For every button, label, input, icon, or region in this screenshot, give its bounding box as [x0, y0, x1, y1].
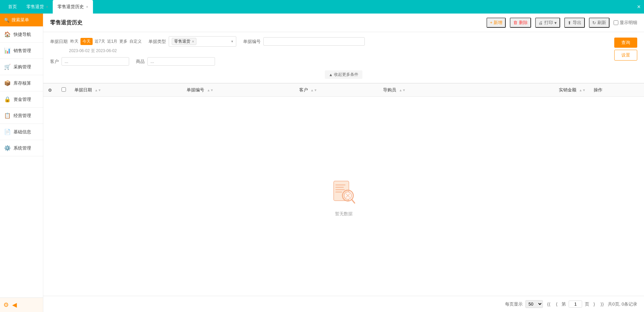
tab-retail-return-close[interactable]: × [46, 5, 48, 9]
date-shortcut-1month[interactable]: 近1月 [107, 39, 118, 44]
type-filter-label: 单据类型 [148, 39, 166, 45]
filter-area: 单据日期 昨天 今天 近7天 近1月 更多 自定义 [43, 32, 644, 83]
collapse-label: 收起更多条件 [334, 72, 358, 77]
filter-goods-item: 商品 [136, 57, 215, 66]
collapse-sidebar-icon[interactable]: ◀ [12, 301, 17, 309]
show-detail-text: 显示明细 [620, 20, 637, 26]
th-order-no[interactable]: 单据编号 ▲▼ [183, 84, 295, 97]
show-detail-label[interactable]: 显示明细 [614, 20, 637, 26]
sidebar-item-label: 资金管理 [14, 96, 31, 103]
export-button[interactable]: ⬆ 导出 [564, 18, 585, 28]
page-label-after: 页 [585, 301, 589, 307]
print-icon: 🖨 [539, 20, 543, 25]
type-select[interactable]: 零售退货 × ▾ [169, 36, 236, 47]
sidebar-search-label: 搜索菜单 [11, 17, 29, 23]
sidebar-item-operations[interactable]: 📋 经营管理 [0, 108, 43, 124]
th-action-label: 操作 [594, 87, 602, 92]
sidebar-item-inventory[interactable]: 📦 库存核算 [0, 75, 43, 91]
order-no-input[interactable] [263, 37, 365, 46]
sidebar: 🔍 搜索菜单 🏠 快捷导航 📊 销售管理 🛒 采购管理 📦 库存核算 🔒 资金管… [0, 14, 43, 312]
filter-settings-button[interactable]: 设置 [614, 50, 637, 61]
svg-rect-2 [335, 187, 344, 188]
table-settings-icon[interactable]: ⚙ [48, 88, 52, 93]
goods-input[interactable] [147, 57, 215, 66]
page-title: 零售退货历史 [50, 19, 82, 26]
th-guide-label: 导购员 [383, 87, 396, 92]
last-page-button[interactable]: ⟩⟩ [599, 301, 605, 308]
tab-retail-return-history-close[interactable]: × [86, 5, 88, 9]
refresh-icon: ↻ [592, 20, 596, 25]
window-close-icon[interactable]: × [637, 3, 641, 10]
th-date[interactable]: 单据日期 ▲▼ [70, 84, 183, 97]
date-shortcut-custom[interactable]: 自定义 [129, 39, 142, 44]
date-shortcut-today[interactable]: 今天 [80, 38, 93, 45]
date-shortcut-yesterday[interactable]: 昨天 [70, 39, 78, 44]
date-shortcut-more[interactable]: 更多 [119, 39, 127, 44]
print-label: 打印 [544, 20, 553, 26]
prev-page-button[interactable]: ⟨ [554, 301, 559, 308]
table-header-row: ⚙ 单据日期 ▲▼ 单据编号 ▲▼ [43, 84, 644, 97]
header-actions: + 新增 🗑 删除 🖨 打印 ▾ ⬆ 导出 ↻ 刷新 显示明细 [486, 18, 637, 28]
filter-customer-item: 客户 [50, 57, 129, 66]
page-header: 零售退货历史 + 新增 🗑 删除 🖨 打印 ▾ ⬆ 导出 ↻ 刷新 [43, 14, 644, 32]
print-button[interactable]: 🖨 打印 ▾ [535, 18, 560, 28]
query-button[interactable]: 查询 [614, 38, 637, 48]
sidebar-item-system[interactable]: ⚙️ 系统管理 [0, 140, 43, 156]
th-customer[interactable]: 客户 ▲▼ [295, 84, 379, 97]
print-arrow-icon: ▾ [554, 20, 557, 25]
per-page-select[interactable]: 50 10 20 100 [525, 300, 543, 308]
filter-type-item: 单据类型 零售退货 × ▾ [148, 36, 236, 47]
empty-state: 暂无数据 [43, 97, 644, 296]
th-amount[interactable]: 实销金额 ▲▼ [477, 84, 590, 97]
sidebar-item-basic-info[interactable]: 📄 基础信息 [0, 124, 43, 140]
top-bar: 首页 零售退货 × 零售退货历史 × × [0, 0, 644, 14]
type-tag-text: 零售退货 [174, 39, 190, 44]
type-tag-close[interactable]: × [192, 39, 194, 44]
th-guide[interactable]: 导购员 ▲▼ [379, 84, 477, 97]
pagination: 每页显示 50 10 20 100 ⟨⟨ ⟨ 第 页 ⟩ ⟩⟩ 共0页, 0条记… [43, 296, 644, 312]
sidebar-item-finance[interactable]: 🔒 资金管理 [0, 91, 43, 108]
sidebar-item-purchase[interactable]: 🛒 采购管理 [0, 59, 43, 75]
select-all-checkbox[interactable] [62, 87, 66, 92]
basic-info-icon: 📄 [4, 129, 11, 135]
empty-icon [327, 176, 361, 211]
tab-retail-return-history[interactable]: 零售退货历史 × [53, 0, 93, 14]
collapse-filter-button[interactable]: ▲ 收起更多条件 [325, 70, 363, 79]
export-label: 导出 [573, 20, 581, 26]
sidebar-item-label: 系统管理 [14, 145, 31, 151]
tab-retail-return[interactable]: 零售退货 × [22, 0, 53, 14]
page-label-before: 第 [562, 301, 566, 307]
type-tag: 零售退货 × [172, 38, 196, 45]
delete-button[interactable]: 🗑 删除 [510, 18, 531, 28]
customer-input[interactable] [62, 57, 129, 66]
refresh-button[interactable]: ↻ 刷新 [589, 18, 610, 28]
add-button[interactable]: + 新增 [486, 18, 506, 28]
main-layout: 🔍 搜索菜单 🏠 快捷导航 📊 销售管理 🛒 采购管理 📦 库存核算 🔒 资金管… [0, 14, 644, 312]
date-shortcut-7days[interactable]: 近7天 [95, 39, 105, 44]
type-select-arrow: ▾ [231, 39, 233, 44]
sidebar-item-sales[interactable]: 📊 销售管理 [0, 43, 43, 59]
show-detail-checkbox[interactable] [614, 20, 618, 25]
th-checkbox[interactable] [57, 84, 70, 97]
finance-icon: 🔒 [4, 96, 11, 103]
goods-filter-label: 商品 [136, 59, 145, 65]
sidebar-item-quick-nav[interactable]: 🏠 快捷导航 [0, 26, 43, 43]
filter-row-2: 客户 商品 [50, 57, 607, 66]
table-container: ⚙ 单据日期 ▲▼ 单据编号 ▲▼ [43, 83, 644, 296]
svg-rect-3 [335, 189, 345, 190]
svg-rect-1 [335, 184, 345, 185]
sidebar-item-label: 库存核算 [14, 80, 31, 86]
filter-date-item: 单据日期 昨天 今天 近7天 近1月 更多 自定义 [50, 38, 142, 45]
sidebar-item-label: 快捷导航 [14, 31, 31, 38]
sidebar-search[interactable]: 🔍 搜索菜单 [0, 14, 43, 26]
data-table: ⚙ 单据日期 ▲▼ 单据编号 ▲▼ [43, 83, 644, 97]
next-page-button[interactable]: ⟩ [592, 301, 596, 308]
first-page-button[interactable]: ⟨⟨ [546, 301, 552, 308]
settings-bottom-icon[interactable]: ⚙ [3, 301, 9, 309]
date-shortcuts: 昨天 今天 近7天 近1月 更多 自定义 [70, 38, 142, 45]
tab-home[interactable]: 首页 [3, 0, 22, 14]
date-filter-label: 单据日期 [50, 39, 68, 45]
th-customer-label: 客户 [299, 87, 308, 92]
tab-retail-return-label: 零售退货 [26, 4, 44, 10]
page-number-input[interactable] [569, 300, 582, 308]
